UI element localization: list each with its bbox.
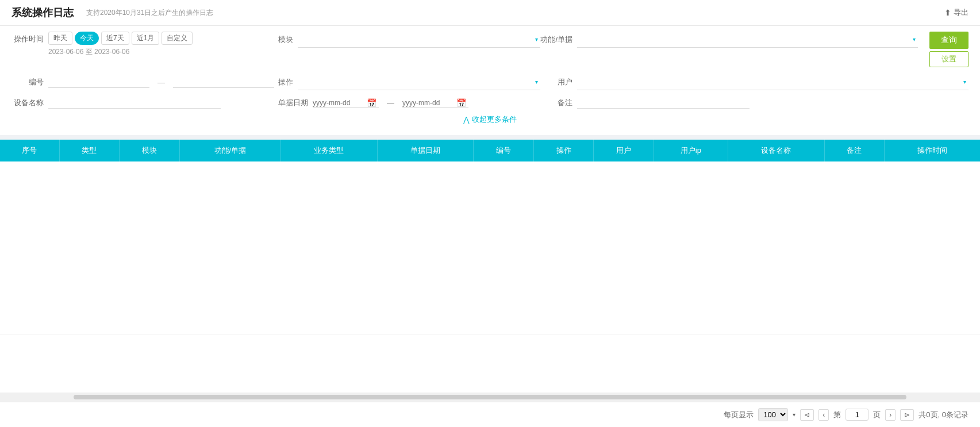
col-device: 设备名称 — [728, 140, 824, 161]
col-type: 类型 — [59, 140, 119, 161]
function-chevron-icon: ▾ — [910, 36, 918, 43]
table-body — [0, 161, 980, 334]
number-end-input[interactable] — [173, 76, 274, 88]
date-dash: — — [383, 99, 398, 107]
table-header-row: 序号 类型 模块 功能/单据 业务类型 单据日期 编号 操作 用户 用户ip 设… — [0, 140, 980, 161]
number-start-input[interactable] — [48, 76, 149, 88]
time-btn-7days[interactable]: 近7天 — [101, 32, 129, 45]
number-dash: — — [154, 78, 168, 87]
collapse-chevron-icon: ⋀ — [463, 116, 470, 124]
first-page-button[interactable]: ⊲ — [800, 409, 814, 421]
col-module: 模块 — [120, 140, 179, 161]
query-button[interactable]: 查询 — [929, 32, 969, 49]
col-remark: 备注 — [824, 140, 884, 161]
horizontal-scrollbar[interactable] — [74, 395, 906, 399]
page-title: 系统操作日志 — [11, 6, 74, 20]
col-seq: 序号 — [0, 140, 59, 161]
date-end-input[interactable] — [402, 99, 454, 107]
operation-dropdown[interactable]: ▾ — [298, 74, 540, 90]
user-dropdown[interactable]: ▾ — [577, 74, 969, 90]
operation-label: 操作 — [276, 77, 293, 87]
collapse-label: 收起更多条件 — [472, 114, 517, 125]
col-operation: 操作 — [533, 140, 593, 161]
collapse-button[interactable]: ⋀ 收起更多条件 — [463, 114, 517, 125]
export-label: 导出 — [954, 7, 969, 18]
page-size-select[interactable]: 100 — [758, 408, 788, 421]
time-btn-today[interactable]: 今天 — [75, 32, 99, 45]
next-page-button[interactable]: › — [885, 409, 896, 421]
device-label: 设备名称 — [11, 98, 44, 108]
function-dropdown[interactable]: ▾ — [577, 32, 918, 48]
chevron-down-icon: ▾ — [793, 411, 795, 418]
setting-button[interactable]: 设置 — [929, 51, 969, 67]
time-btn-yesterday[interactable]: 昨天 — [48, 32, 72, 45]
remark-label: 备注 — [540, 98, 572, 108]
calendar-end-icon[interactable]: 📅 — [454, 98, 468, 107]
module-dropdown[interactable]: ▾ — [298, 32, 540, 48]
date-start-wrap: 📅 — [313, 98, 379, 108]
time-btn-1month[interactable]: 近1月 — [132, 32, 160, 45]
per-page-label: 每页显示 — [724, 410, 754, 420]
col-number: 编号 — [474, 140, 533, 161]
last-page-button[interactable]: ⊳ — [900, 409, 914, 421]
remark-input[interactable] — [577, 97, 750, 109]
device-input[interactable] — [48, 97, 221, 109]
user-label: 用户 — [540, 77, 572, 87]
export-button[interactable]: ⬆ 导出 — [944, 7, 969, 18]
user-chevron-icon: ▾ — [961, 79, 969, 85]
data-table: 序号 类型 模块 功能/单据 业务类型 单据日期 编号 操作 用户 用户ip 设… — [0, 140, 980, 334]
page-unit: 页 — [873, 410, 881, 420]
module-chevron-icon: ▾ — [533, 36, 540, 43]
page-subtitle: 支持2020年10月31日之后产生的操作日志 — [86, 8, 213, 18]
date-end-wrap: 📅 — [402, 98, 468, 108]
time-range-text: 2023-06-06 至 2023-06-06 — [48, 47, 193, 57]
total-info: 共0页, 0条记录 — [918, 410, 969, 420]
col-date: 单据日期 — [377, 140, 474, 161]
function-label: 功能/单据 — [540, 34, 572, 45]
time-label: 操作时间 — [11, 32, 44, 44]
col-user: 用户 — [594, 140, 654, 161]
calendar-start-icon[interactable]: 📅 — [364, 98, 379, 107]
col-function: 功能/单据 — [179, 140, 280, 161]
prev-page-button[interactable]: ‹ — [818, 409, 829, 421]
time-btn-custom[interactable]: 自定义 — [162, 32, 193, 45]
module-label: 模块 — [276, 34, 293, 45]
time-filter-group: 昨天 今天 近7天 近1月 自定义 2023-06-06 至 2023-06-0… — [48, 32, 193, 57]
col-biztype: 业务类型 — [281, 140, 378, 161]
page-label: 第 — [833, 410, 841, 420]
date-label: 单据日期 — [276, 98, 308, 108]
number-label: 编号 — [11, 77, 44, 87]
col-optime: 操作时间 — [884, 140, 980, 161]
date-start-input[interactable] — [313, 99, 364, 107]
export-icon: ⬆ — [944, 8, 951, 17]
pagination-bar: 每页显示 100 ▾ ⊲ ‹ 第 页 › ⊳ 共0页, 0条记录 — [0, 402, 980, 427]
page-number-input[interactable] — [846, 409, 868, 421]
operation-chevron-icon: ▾ — [533, 79, 540, 85]
col-userip: 用户ip — [654, 140, 728, 161]
